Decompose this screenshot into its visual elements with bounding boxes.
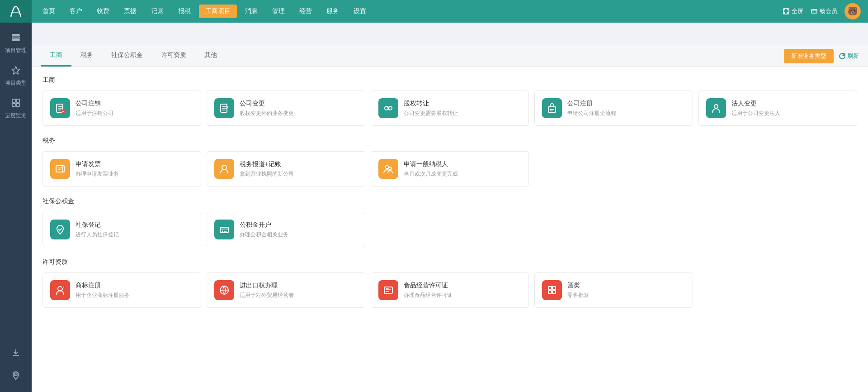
card-desc-apply-invoice: 办理申请发票业务 bbox=[75, 170, 193, 178]
top-navigation: 首页 客户 收费 票据 记账 报税 工商项目 消息 管理 经营 服务 设置 全屏… bbox=[0, 0, 868, 23]
card-text-food-license: 食品经营许可证 办理食品经营许可证 bbox=[404, 282, 522, 299]
section-gongshang: 工商 公司注销 bbox=[42, 76, 857, 126]
card-icon-legal-change bbox=[706, 98, 726, 118]
nav-setting[interactable]: 设置 bbox=[347, 5, 373, 18]
card-desc-equity-transfer: 公司变更需要股权转让 bbox=[404, 110, 522, 117]
card-desc-company-cancel: 适用于注销公司 bbox=[75, 110, 193, 117]
card-tax-report[interactable]: 税务报道+记账 拿到营业执照的新公司 bbox=[207, 151, 365, 186]
card-trademark[interactable]: 商标注册 用于企业商标注册服务 bbox=[42, 272, 201, 308]
card-apply-invoice[interactable]: 申请发票 办理申请发票业务 bbox=[42, 151, 201, 186]
card-food-license[interactable]: 食品经营许可证 办理食品经营许可证 bbox=[371, 272, 529, 308]
tab-business[interactable]: 工商 bbox=[41, 45, 71, 67]
card-title-company-register: 公司注册 bbox=[567, 100, 685, 108]
card-title-fund-account: 公积金开户 bbox=[240, 221, 358, 229]
tab-social[interactable]: 社保公积金 bbox=[102, 45, 152, 67]
card-text-general-taxpayer: 申请一般纳税人 当月或次月成变更完成 bbox=[404, 160, 522, 178]
card-text-equity-transfer: 股权转让 公司变更需要股权转让 bbox=[404, 100, 522, 117]
card-title-equity-transfer: 股权转让 bbox=[404, 100, 522, 108]
fullscreen-button[interactable]: 全屏 bbox=[783, 7, 803, 15]
card-icon-social-register bbox=[50, 220, 70, 239]
nav-manage[interactable]: 管理 bbox=[266, 5, 291, 18]
project-manage-icon bbox=[11, 33, 21, 45]
card-icon-general-taxpayer bbox=[378, 159, 398, 179]
tab-license[interactable]: 许可资质 bbox=[152, 45, 195, 67]
nav-bill[interactable]: 票据 bbox=[118, 5, 143, 18]
tab-tax[interactable]: 税务 bbox=[71, 45, 102, 67]
nav-service[interactable]: 服务 bbox=[320, 5, 345, 18]
app-logo bbox=[0, 0, 32, 23]
card-icon-import-export bbox=[214, 280, 234, 300]
nav-customer[interactable]: 客户 bbox=[63, 5, 89, 18]
nav-business[interactable]: 工商项目 bbox=[199, 5, 237, 18]
tabs-right: 新增业务类型 刷新 bbox=[784, 49, 859, 63]
card-import-export[interactable]: 进出口权办理 适用于对外贸易经营者 bbox=[207, 272, 365, 308]
card-text-company-change: 公司变更 股权变更外的业务变更 bbox=[240, 100, 358, 117]
card-social-register[interactable]: 社保登记 进行人员社保登记 bbox=[42, 212, 201, 247]
tabs-bar: 工商 税务 社保公积金 许可资质 其他 新增业务类型 刷新 bbox=[32, 45, 868, 67]
sidebar-location[interactable] bbox=[0, 366, 32, 385]
svg-rect-18 bbox=[56, 166, 64, 172]
section-title-shebao: 社保公积金 bbox=[42, 197, 857, 206]
svg-rect-2 bbox=[12, 34, 19, 36]
card-legal-change[interactable]: 法人变更 适用于公司变更法人 bbox=[698, 91, 857, 126]
card-fund-account[interactable]: 公积金开户 办理公积金相关业务 bbox=[207, 212, 365, 247]
svg-marker-5 bbox=[12, 67, 20, 74]
section-shebao: 社保公积金 社保登记 进行人员社保登记 bbox=[42, 197, 857, 247]
card-title-social-register: 社保登记 bbox=[75, 221, 193, 229]
sidebar-item-project-manage[interactable]: 项目管理 bbox=[0, 27, 32, 60]
svg-point-15 bbox=[388, 106, 392, 110]
svg-point-14 bbox=[385, 106, 388, 110]
sidebar-item-progress[interactable]: 进度监测 bbox=[0, 92, 32, 125]
card-general-taxpayer[interactable]: 申请一般纳税人 当月或次月成变更完成 bbox=[371, 151, 529, 186]
card-icon-food-license bbox=[378, 280, 398, 300]
card-equity-transfer[interactable]: 股权转让 公司变更需要股权转让 bbox=[371, 91, 529, 126]
card-title-general-taxpayer: 申请一般纳税人 bbox=[404, 160, 522, 168]
nav-tax[interactable]: 报税 bbox=[172, 5, 197, 18]
card-desc-food-license: 办理食品经营许可证 bbox=[404, 292, 522, 299]
card-title-apply-invoice: 申请发票 bbox=[75, 160, 193, 168]
scroll-content[interactable]: 工商 公司注销 bbox=[32, 67, 868, 392]
svg-point-20 bbox=[385, 166, 388, 169]
card-title-import-export: 进出口权办理 bbox=[240, 282, 358, 290]
user-avatar[interactable]: 🐻 bbox=[844, 3, 861, 19]
nav-operation[interactable]: 经营 bbox=[293, 5, 318, 18]
card-company-cancel[interactable]: 公司注销 适用于注销公司 bbox=[42, 91, 201, 126]
sidebar-item-project-type[interactable]: 项目类型 bbox=[0, 60, 32, 92]
vip-button[interactable]: 畅会员 bbox=[811, 7, 837, 15]
sidebar-download[interactable] bbox=[0, 343, 32, 362]
card-desc-fund-account: 办理公积金相关业务 bbox=[240, 231, 358, 239]
nav-home[interactable]: 首页 bbox=[36, 5, 61, 18]
card-text-tax-report: 税务报道+记账 拿到营业执照的新公司 bbox=[240, 160, 358, 178]
tabs-left: 工商 税务 社保公积金 许可资质 其他 bbox=[41, 45, 226, 67]
card-title-food-license: 食品经营许可证 bbox=[404, 282, 522, 290]
card-company-change[interactable]: 公司变更 股权变更外的业务变更 bbox=[207, 91, 365, 126]
card-text-alcohol: 酒类 零售批发 bbox=[567, 282, 685, 299]
card-title-alcohol: 酒类 bbox=[567, 282, 685, 290]
tab-other[interactable]: 其他 bbox=[195, 45, 226, 67]
nav-account[interactable]: 记账 bbox=[145, 5, 170, 18]
card-title-company-cancel: 公司注销 bbox=[75, 100, 193, 108]
card-desc-social-register: 进行人员社保登记 bbox=[75, 231, 193, 239]
svg-rect-27 bbox=[384, 287, 392, 293]
section-title-xuke: 许可资质 bbox=[42, 258, 857, 266]
refresh-button[interactable]: 刷新 bbox=[839, 52, 859, 60]
nav-message[interactable]: 消息 bbox=[239, 5, 264, 18]
svg-rect-8 bbox=[12, 103, 15, 106]
card-alcohol[interactable]: 酒类 零售批发 bbox=[534, 272, 693, 308]
card-text-apply-invoice: 申请发票 办理申请发票业务 bbox=[75, 160, 193, 178]
add-type-button[interactable]: 新增业务类型 bbox=[784, 49, 834, 63]
svg-point-21 bbox=[389, 167, 392, 170]
sidebar-label-project-manage: 项目管理 bbox=[5, 47, 27, 54]
card-company-register[interactable]: 公司注册 申请公司注册全流程 bbox=[534, 91, 693, 126]
card-icon-company-change bbox=[214, 98, 234, 118]
card-text-fund-account: 公积金开户 办理公积金相关业务 bbox=[240, 221, 358, 239]
card-grid-shebao: 社保登记 进行人员社保登记 bbox=[42, 212, 857, 247]
svg-point-10 bbox=[14, 373, 17, 376]
nav-items: 首页 客户 收费 票据 记账 报税 工商项目 消息 管理 经营 服务 设置 bbox=[32, 5, 783, 18]
sidebar-bottom bbox=[0, 343, 32, 392]
nav-fee[interactable]: 收费 bbox=[90, 5, 116, 18]
card-icon-apply-invoice bbox=[50, 159, 70, 179]
svg-rect-4 bbox=[12, 39, 19, 41]
card-grid-xuke: 商标注册 用于企业商标注册服务 进出口权办理 bbox=[42, 272, 857, 308]
card-desc-legal-change: 适用于公司变更法人 bbox=[731, 110, 849, 117]
